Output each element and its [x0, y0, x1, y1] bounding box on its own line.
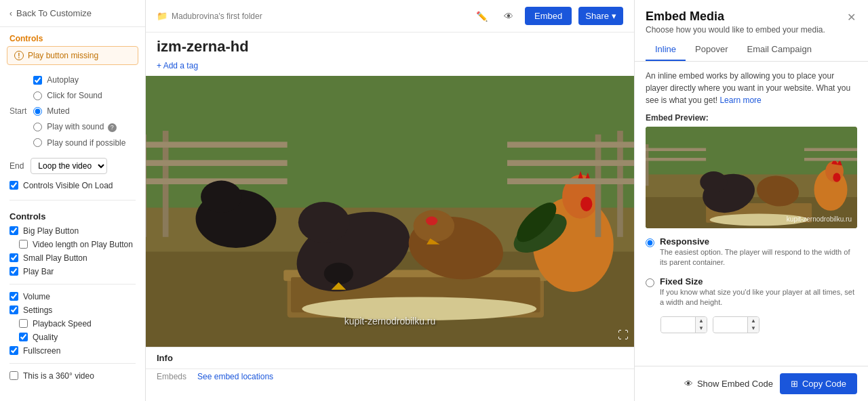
controls-visible-row: Controls Visible On Load — [0, 177, 145, 194]
volume-checkbox[interactable] — [9, 292, 18, 301]
big-play-button-row: Big Play Button — [0, 224, 145, 238]
click-sound-option: Click for Sound — [33, 89, 135, 102]
play-bar-checkbox[interactable] — [9, 267, 18, 276]
end-select[interactable]: Loop the video — [31, 158, 107, 174]
svg-point-32 — [201, 181, 242, 213]
volume-label: Volume — [23, 292, 50, 301]
height-down-button[interactable]: ▼ — [748, 324, 759, 333]
svg-point-12 — [414, 210, 455, 242]
small-play-button-row: Small Play Button — [0, 251, 145, 265]
settings-checkbox[interactable] — [9, 305, 18, 314]
responsive-option[interactable]: Responsive The easiest option. The playe… — [646, 236, 857, 268]
tab-email-campaign[interactable]: Email Campaign — [738, 39, 821, 61]
svg-point-9 — [324, 263, 353, 284]
embeds-label: Embeds — [157, 372, 186, 381]
fixed-size-title: Fixed Size — [660, 276, 857, 287]
video-scene — [146, 76, 634, 347]
preview-button[interactable]: 👁 — [499, 7, 518, 25]
back-button[interactable]: ‹ Back To Customize — [0, 0, 145, 27]
controls-visible-checkbox[interactable] — [9, 181, 18, 190]
svg-rect-21 — [146, 134, 146, 236]
small-play-button-checkbox[interactable] — [9, 253, 18, 262]
click-sound-radio[interactable] — [33, 91, 42, 100]
svg-rect-28 — [507, 142, 634, 148]
fullscreen-checkbox[interactable] — [9, 346, 18, 355]
tab-popover[interactable]: Popover — [686, 39, 737, 61]
show-embed-label: Show Embed Code — [697, 379, 773, 389]
preview-watermark: kupit-zernodrobilku.ru — [787, 215, 852, 223]
eye-icon: 👁 — [684, 379, 693, 389]
video-length-label: Video length on Play Button — [33, 240, 133, 249]
svg-point-39 — [700, 171, 727, 192]
add-tag-button[interactable]: + Add a tag — [146, 58, 634, 76]
is-360-checkbox[interactable] — [9, 371, 18, 380]
tab-inline[interactable]: Inline — [646, 39, 686, 61]
video-container: kupit-zernodrobilku.ru ⛶ — [146, 76, 634, 347]
start-label: Start — [9, 106, 26, 116]
quality-checkbox[interactable] — [19, 333, 28, 341]
warning-icon: ! — [14, 51, 24, 60]
svg-rect-48 — [804, 148, 857, 151]
playback-speed-label: Playback Speed — [33, 319, 92, 329]
folder-name: Madubrovina's first folder — [172, 12, 262, 21]
panel-title-group: Embed Media Choose how you would like to… — [646, 9, 825, 35]
responsive-text: Responsive The easiest option. The playe… — [660, 236, 857, 268]
fixed-size-inputs: 640 ▲ ▼ 360 ▲ ▼ — [660, 316, 857, 333]
svg-rect-46 — [646, 148, 706, 151]
learn-more-link[interactable]: Learn more — [719, 96, 761, 105]
fixed-size-option[interactable]: Fixed Size If you know what size you'd l… — [646, 276, 857, 308]
height-up-button[interactable]: ▲ — [748, 317, 759, 325]
svg-rect-23 — [146, 142, 288, 148]
muted-radio[interactable] — [33, 107, 42, 116]
width-down-button[interactable]: ▼ — [696, 324, 707, 333]
controls-visible-label: Controls Visible On Load — [23, 181, 113, 190]
edit-button[interactable]: ✏️ — [471, 7, 492, 25]
playback-speed-checkbox[interactable] — [19, 319, 28, 328]
responsive-radio[interactable] — [646, 238, 654, 247]
play-with-sound-radio[interactable] — [33, 123, 42, 131]
video-player[interactable]: kupit-zernodrobilku.ru ⛶ — [146, 76, 634, 347]
video-length-checkbox[interactable] — [19, 240, 28, 249]
embed-panel: Embed Media Choose how you would like to… — [634, 0, 868, 401]
svg-point-44 — [833, 173, 840, 182]
play-sound-if-label: Play sound if possible — [47, 138, 125, 148]
responsive-desc: The easiest option. The player will resp… — [660, 247, 857, 268]
settings-row: Settings — [0, 303, 145, 317]
width-input[interactable]: 640 — [661, 317, 695, 332]
is-360-row: This is a 360° video — [0, 369, 145, 387]
show-embed-code-button[interactable]: 👁 Show Embed Code — [684, 379, 773, 389]
video-title: izm-zerna-hd — [157, 38, 249, 56]
close-panel-button[interactable]: ✕ — [846, 9, 857, 25]
muted-label: Muted — [47, 106, 69, 116]
width-up-button[interactable]: ▲ — [696, 317, 707, 325]
height-input[interactable]: 360 — [713, 317, 747, 332]
quality-row: Quality — [0, 331, 145, 344]
title-row: izm-zerna-hd — [146, 33, 634, 58]
fixed-size-radio[interactable] — [646, 278, 654, 287]
copy-code-button[interactable]: ⊞ Copy Code — [780, 373, 857, 394]
svg-rect-24 — [146, 160, 288, 166]
fullscreen-label: Fullscreen — [23, 346, 60, 356]
controls-section-title: Controls — [0, 206, 145, 224]
play-with-sound-option: Play with sound ? — [33, 120, 135, 134]
playback-speed-row: Playback Speed — [0, 317, 145, 331]
fullscreen-row: Fullscreen — [0, 344, 145, 358]
share-chevron-icon: ▾ — [612, 11, 616, 21]
width-input-wrap: 640 ▲ ▼ — [660, 316, 707, 333]
svg-point-14 — [426, 217, 437, 226]
play-sound-if-radio[interactable] — [33, 138, 42, 147]
end-row: End Loop the video — [0, 155, 145, 177]
muted-option: Muted — [33, 104, 135, 118]
autoplay-checkbox[interactable] — [33, 76, 42, 85]
volume-row: Volume — [0, 290, 145, 303]
embed-button[interactable]: Embed — [525, 7, 572, 25]
help-icon: ? — [108, 123, 117, 132]
video-watermark: kupit-zernodrobilku.ru — [344, 316, 436, 326]
share-button[interactable]: Share ▾ — [578, 7, 623, 25]
play-with-sound-label: Play with sound ? — [47, 122, 116, 132]
see-embed-locations-link[interactable]: See embed locations — [197, 372, 273, 381]
fullscreen-button[interactable]: ⛶ — [618, 329, 629, 341]
autoplay-label: Autoplay — [47, 75, 79, 85]
big-play-button-checkbox[interactable] — [9, 226, 18, 235]
fixed-size-desc: If you know what size you'd like your pl… — [660, 287, 857, 308]
